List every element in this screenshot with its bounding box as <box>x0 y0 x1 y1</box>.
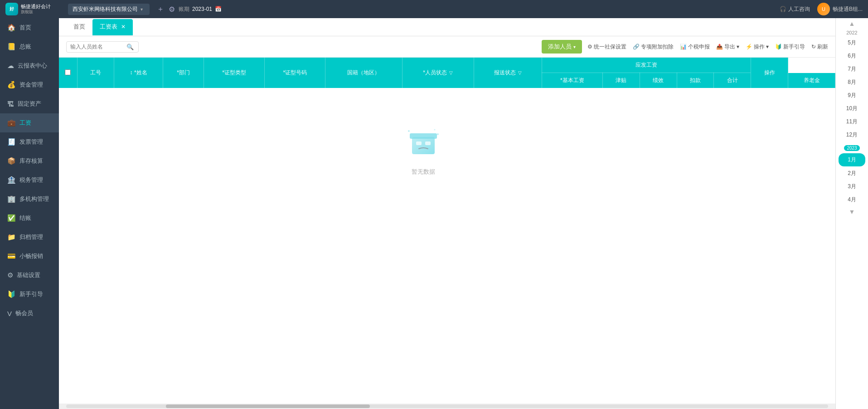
month-item-2022-12[interactable]: 12月 <box>836 128 868 141</box>
sidebar-item-label: 畅会员 <box>15 309 33 317</box>
headset-icon: 🎧 <box>780 6 786 12</box>
sidebar-item-label: 工资 <box>19 119 31 127</box>
tab-bar: 首页 工资表 ✕ <box>59 18 835 36</box>
guide-button[interactable]: 🔰 新手引导 <box>775 43 805 51</box>
social-security-button[interactable]: ⚙ 统一社保设置 <box>587 43 626 51</box>
month-item-2022-9[interactable]: 9月 <box>836 89 868 102</box>
scrollbar-thumb[interactable] <box>166 404 370 408</box>
company-selector[interactable]: 西安虾米网络科技有限公司 ▾ <box>68 4 150 15</box>
sidebar-item-ledger[interactable]: 📒 总账 <box>0 37 59 56</box>
sidebar-item-settings[interactable]: ⚙ 基础设置 <box>0 266 59 285</box>
col-pension: 养老金 <box>788 73 835 88</box>
search-wrap[interactable]: 🔍 <box>66 41 139 53</box>
sidebar-item-home[interactable]: 🏠 首页 <box>0 18 59 37</box>
sidebar-item-member[interactable]: V 畅会员 <box>0 304 59 323</box>
export-button[interactable]: 📤 导出 ▾ <box>716 43 739 51</box>
month-item-2023-3[interactable]: 3月 <box>836 180 868 193</box>
tab-close-icon[interactable]: ✕ <box>121 24 126 30</box>
social-security-icon: ⚙ <box>587 44 592 50</box>
org-icon: 🏢 <box>7 195 16 203</box>
add-person-button[interactable]: 添加人员 ▾ <box>542 40 582 54</box>
support-button[interactable]: 🎧 人工咨询 <box>780 5 810 13</box>
settings-icon[interactable]: ⚙ <box>169 5 175 14</box>
tab-salary[interactable]: 工资表 ✕ <box>92 19 133 35</box>
calendar-icon[interactable]: 📅 <box>215 6 222 12</box>
month-item-2022-11[interactable]: 11月 <box>836 115 868 128</box>
year-2023-badge: 2023 <box>844 145 859 151</box>
operation-button[interactable]: ⚡ 操作 ▾ <box>746 43 769 51</box>
sidebar-item-archive[interactable]: 📁 归档管理 <box>0 228 59 247</box>
avatar: U <box>817 3 830 15</box>
month-item-2022-10[interactable]: 10月 <box>836 102 868 115</box>
col-dept: *部门 <box>163 58 204 88</box>
toolbar-actions: ⚙ 统一社保设置 🔗 专项附加扣除 📊 个税申报 📤 导出 ▾ ⚡ <box>587 43 828 51</box>
sidebar-item-guide[interactable]: 🔰 新手引导 <box>0 285 59 304</box>
sidebar-item-fund[interactable]: 💰 资金管理 <box>0 75 59 94</box>
assets-icon: 🏗 <box>7 100 14 108</box>
logo-text: 畅捷通好会计 旗舰版 <box>21 4 51 15</box>
sidebar-item-tax[interactable]: 🏦 税务管理 <box>0 170 59 190</box>
header-actions: ＋ ⚙ <box>157 5 175 14</box>
refresh-button[interactable]: ↻ 刷新 <box>811 43 828 51</box>
month-item-2023-2[interactable]: 2月 <box>836 167 868 180</box>
tax-report-button[interactable]: 📊 个税申报 <box>680 43 710 51</box>
user-name: 畅捷通B组... <box>833 5 863 13</box>
invoice-icon: 🧾 <box>7 138 16 146</box>
ledger-icon: 📒 <box>7 43 16 51</box>
expense-icon: 💳 <box>7 252 16 260</box>
month-item-2023-4[interactable]: 4月 <box>836 193 868 206</box>
deduction-icon: 🔗 <box>633 44 640 50</box>
fund-icon: 💰 <box>7 81 16 89</box>
logo-area: 好 畅捷通好会计 旗舰版 <box>5 3 64 15</box>
sidebar-item-invoice[interactable]: 🧾 发票管理 <box>0 132 59 151</box>
scrollbar-area[interactable] <box>59 404 835 409</box>
add-button[interactable]: ＋ <box>157 5 164 14</box>
month-item-2022-5[interactable]: 5月 <box>836 36 868 49</box>
toolbar: 🔍 添加人员 ▾ ⚙ 统一社保设置 🔗 专项附加扣除 📊 个税申报 <box>59 36 835 58</box>
sidebar-item-salary[interactable]: 💼 工资 <box>0 113 59 132</box>
col-ops: 操作 <box>751 58 788 88</box>
svg-rect-1 <box>410 133 437 139</box>
col-name: ↕ *姓名 <box>114 58 163 88</box>
tab-home[interactable]: 首页 <box>66 19 92 35</box>
salary-table: 工号 ↕ *姓名 *部门 *证型类型 *证型号码 国籍（地区） *人员状态 ▽ … <box>59 58 835 212</box>
deduction-button[interactable]: 🔗 专项附加扣除 <box>633 43 674 51</box>
empty-text: 暂无数据 <box>412 168 435 176</box>
sidebar-item-label: 基础设置 <box>17 271 40 279</box>
operation-dropdown-icon: ▾ <box>766 44 769 50</box>
col-allowance: 津贴 <box>602 73 640 88</box>
main-layout: 🏠 首页 📒 总账 ☁ 云报表中心 💰 资金管理 🏗 固定资产 💼 工资 🧾 发… <box>0 18 868 409</box>
export-dropdown-icon: ▾ <box>737 44 739 50</box>
dropdown-arrow-icon: ▾ <box>573 44 576 49</box>
tax-icon: 🏦 <box>7 176 16 184</box>
inventory-icon: 📦 <box>7 157 16 165</box>
tax-report-icon: 📊 <box>680 44 687 50</box>
sidebar-item-inventory[interactable]: 📦 库存核算 <box>0 151 59 170</box>
period-area: 账期 2023-01 📅 <box>179 5 222 13</box>
col-payroll-group: 应发工资 <box>542 58 751 73</box>
month-item-2022-8[interactable]: 8月 <box>836 76 868 89</box>
month-item-2022-6[interactable]: 6月 <box>836 49 868 63</box>
sidebar-item-label: 总账 <box>19 43 31 51</box>
sidebar-item-cloud-report[interactable]: ☁ 云报表中心 <box>0 56 59 75</box>
sidebar-item-multi-org[interactable]: 🏢 多机构管理 <box>0 190 59 209</box>
sidebar-item-settle[interactable]: ✅ 结账 <box>0 209 59 228</box>
sidebar-item-fixed-assets[interactable]: 🏗 固定资产 <box>0 94 59 113</box>
month-nav-down[interactable]: ▼ <box>836 206 868 217</box>
sidebar-item-label: 固定资产 <box>18 100 41 108</box>
month-item-2022-7[interactable]: 7月 <box>836 63 868 76</box>
sidebar-item-label: 税务管理 <box>19 176 43 184</box>
month-item-2023-1[interactable]: 1月 <box>839 153 865 166</box>
user-area[interactable]: U 畅捷通B组... <box>817 3 863 15</box>
col-report-status: 报送状态 ▽ <box>474 58 542 88</box>
col-country: 国籍（地区） <box>325 58 402 88</box>
select-all-checkbox[interactable] <box>65 69 71 75</box>
sidebar-item-expense[interactable]: 💳 小畅报销 <box>0 247 59 266</box>
col-cert-no: *证型号码 <box>265 58 325 88</box>
col-checkbox[interactable] <box>59 58 77 88</box>
sidebar-item-label: 发票管理 <box>19 138 43 146</box>
guide-icon: 🔰 <box>7 290 16 298</box>
content-area: 首页 工资表 ✕ 🔍 添加人员 ▾ ⚙ 统一社保设置 <box>59 18 835 409</box>
month-nav-up[interactable]: ▲ <box>836 18 868 29</box>
search-input[interactable] <box>70 44 125 50</box>
